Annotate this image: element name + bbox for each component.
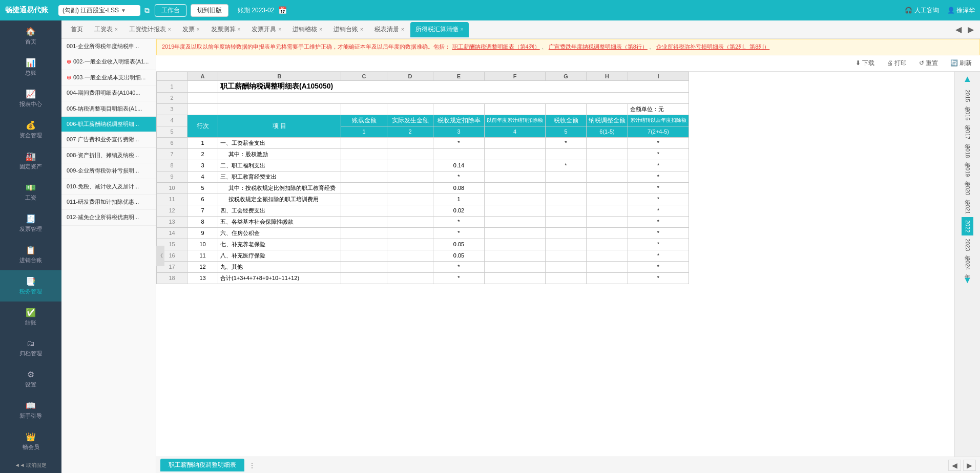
reset-button[interactable]: ↺ 重置 (916, 57, 941, 69)
year-2024[interactable]: 2024年 (962, 254, 973, 273)
tab-payroll-stats-close[interactable]: × (168, 27, 171, 32)
tab-scroll-left-icon[interactable]: ◀ (953, 24, 964, 35)
tab-invoice-issue-close[interactable]: × (278, 27, 281, 32)
refresh-button[interactable]: 🔄 刷新 (947, 57, 975, 69)
warning-link-1[interactable]: 职工薪酬纳税调整明细表（第4列） (452, 44, 540, 50)
year-2018[interactable]: 2018年 (962, 142, 973, 161)
reset-icon: ↺ (919, 59, 924, 67)
sidebar-item-guide[interactable]: 📖 新手引导 (0, 395, 61, 426)
sidebar-item-close[interactable]: ✅ 结账 (0, 302, 61, 333)
tab-tax-list[interactable]: 税表清册 × (369, 22, 409, 37)
panel-collapse-button[interactable]: 《 (156, 246, 164, 266)
year-scroll-down-icon[interactable]: ▼ (963, 273, 972, 288)
spreadsheet-container[interactable]: A B C D E F G H I (156, 72, 954, 457)
tab-invoice[interactable]: 发票 × (177, 22, 205, 37)
year-2022[interactable]: 2022年 (962, 217, 973, 235)
col-header-rownum (157, 72, 187, 80)
year-2023[interactable]: 2023年 (962, 235, 973, 254)
tab-payroll-close[interactable]: × (115, 27, 118, 32)
tab-payroll-stats[interactable]: 工资统计报表 × (124, 22, 176, 37)
tab-tax-list-close[interactable]: × (401, 27, 404, 32)
year-2019[interactable]: 2019年 (962, 161, 973, 180)
left-panel-item-4[interactable]: 005-纳税调整项目明细表(A1... (61, 101, 156, 117)
assets-icon: 🏭 (26, 152, 36, 161)
tab-inout-ledger[interactable]: 进销台账 × (328, 22, 368, 37)
left-panel-item-8[interactable]: 009-企业所得税弥补亏损明... (61, 163, 156, 179)
sidebar-item-tax[interactable]: 📑 税务管理 (0, 270, 61, 302)
tab-income-tax-close[interactable]: × (461, 27, 464, 32)
table-row: 16 11 八、补充医疗保险 0.05 * (157, 250, 689, 261)
tab-income-tax[interactable]: 所得税汇算清缴 × (410, 22, 469, 37)
left-panel-item-6[interactable]: 007-广告费和业务宣传费附... (61, 132, 156, 147)
col-header-G: G (546, 72, 587, 80)
left-panel-item-3[interactable]: 004-期间费用明细表(A1040... (61, 85, 156, 101)
left-panel-item-11[interactable]: 012-减免企业所得税优惠明... (61, 210, 156, 225)
company-name: (勾副) 江西股宝-LSS (62, 6, 119, 15)
left-panel-item-2[interactable]: ⊗ 003-一般企业成本支出明细... (61, 70, 156, 85)
calendar-icon[interactable]: 📅 (278, 6, 287, 14)
left-panel-item-1[interactable]: ⊗ 002-一般企业收入明细表(A1... (61, 54, 156, 70)
warning-link-3[interactable]: 企业所得税弥补亏损明细表（第2列、第8列） (656, 44, 769, 50)
year-2020[interactable]: 2020年 (962, 180, 973, 198)
sidebar-label-reports: 报表中心 (19, 100, 42, 108)
year-2021[interactable]: 2021年 (962, 199, 973, 217)
sidebar-item-payroll[interactable]: 💵 工资 (0, 177, 61, 208)
tab-inout-audit[interactable]: 进销稽核 × (287, 22, 327, 37)
table-row: 8 3 二、职工福利支出 0.14 * * (157, 160, 689, 171)
warning-bar: 2019年度及以取以前年度纳转数据的申报表单元格需要手工维护正确，才能确证本年及… (156, 39, 980, 55)
left-panel-item-9[interactable]: 010-免税、减计收入及加计... (61, 179, 156, 195)
sidebar-item-ledger[interactable]: 📊 总账 (0, 52, 61, 83)
switch-old-button[interactable]: 切到旧版 (191, 4, 228, 17)
sidebar-item-reports[interactable]: 📈 报表中心 (0, 83, 61, 114)
tab-invoice-issue[interactable]: 发票开具 × (246, 22, 286, 37)
company-selector[interactable]: (勾副) 江西股宝-LSS ▼ (58, 5, 140, 16)
sidebar-item-vip[interactable]: 👑 畅会员 (0, 426, 61, 457)
year-2016[interactable]: 2016年 (962, 105, 973, 123)
sidebar-item-inout[interactable]: 📋 进销台账 (0, 239, 61, 270)
warning-link-2[interactable]: 广宣费跌年度纳税调整明细表（第8行） (549, 44, 648, 50)
year-panel: ▲ 2015年 2016年 2017年 2018年 2019年 2020年 20… (954, 72, 980, 457)
service-button[interactable]: 🎧 人工客询 (905, 6, 939, 15)
sidebar-item-invoice[interactable]: 🧾 发票管理 (0, 208, 61, 239)
year-scroll-up-icon[interactable]: ▲ (963, 72, 972, 87)
sidebar-item-archive[interactable]: 🗂 归档管理 (0, 333, 61, 363)
sidebar-item-funds[interactable]: 💰 资金管理 (0, 114, 61, 145)
tab-inout-audit-close[interactable]: × (319, 27, 322, 32)
table-row: 1 职工薪酬纳税调整明细表(A105050) (157, 80, 689, 92)
download-button[interactable]: ⬇ 下载 (852, 57, 878, 69)
print-button[interactable]: 🖨 打印 (884, 57, 910, 69)
scroll-left-button[interactable]: ◀ (948, 460, 961, 471)
tab-home[interactable]: 首页 (66, 22, 88, 37)
year-2017[interactable]: 2017年 (962, 124, 973, 142)
sidebar-item-assets[interactable]: 🏭 固定资产 (0, 145, 61, 177)
left-panel-item-5[interactable]: 006-职工薪酬纳税调整明细... (61, 117, 156, 132)
table-row: 7 2 其中：股权激励 * (157, 148, 689, 160)
sheet-tab[interactable]: 职工薪酬纳税调整明细表 (160, 459, 244, 471)
tab-scroll-right-icon[interactable]: ▶ (966, 24, 976, 35)
table-row: 18 13 合计(1+3+4+7+8+9+10+11+12) * * (157, 272, 689, 284)
work-bench-button[interactable]: 工作台 (155, 4, 186, 17)
tab-inout-ledger-close[interactable]: × (360, 27, 363, 32)
header-rownum: 行次 (197, 122, 209, 130)
header-col4: 以前年度累计结转扣除额 (487, 117, 543, 123)
sidebar-label-archive: 归档管理 (19, 350, 42, 357)
tab-invoice-calc-close[interactable]: × (238, 27, 241, 32)
year-2015[interactable]: 2015年 (962, 87, 973, 105)
left-panel-item-0[interactable]: 001-企业所得税年度纳税申... (61, 39, 156, 54)
user-avatar[interactable]: 👤 徐泽华 (947, 6, 975, 15)
scroll-right-button[interactable]: ▶ (963, 460, 976, 471)
copy-icon[interactable]: ⧉ (144, 6, 150, 15)
sidebar-item-settings[interactable]: ⚙ 设置 (0, 363, 61, 395)
tab-invoice-calc[interactable]: 发票测算 × (206, 22, 246, 37)
tab-invoice-close[interactable]: × (197, 27, 200, 32)
vip-icon: 👑 (26, 432, 36, 442)
cancel-fixed-button[interactable]: ◄◄ 取消固定 (4, 462, 57, 469)
col-header-C: C (341, 72, 387, 80)
left-panel-item-7[interactable]: 008-资产折旧、摊销及纳税... (61, 148, 156, 163)
tab-payroll[interactable]: 工资表 × (89, 22, 123, 37)
left-panel-item-10[interactable]: 011-研发费用加计扣除优惠... (61, 195, 156, 210)
sidebar-item-home[interactable]: 🏠 首页 (0, 20, 61, 52)
sidebar-label-close: 结账 (25, 319, 36, 327)
sheet-options-icon[interactable]: ⋮ (248, 461, 256, 469)
table-row: 9 4 三、职工教育经费支出 * * (157, 171, 689, 182)
